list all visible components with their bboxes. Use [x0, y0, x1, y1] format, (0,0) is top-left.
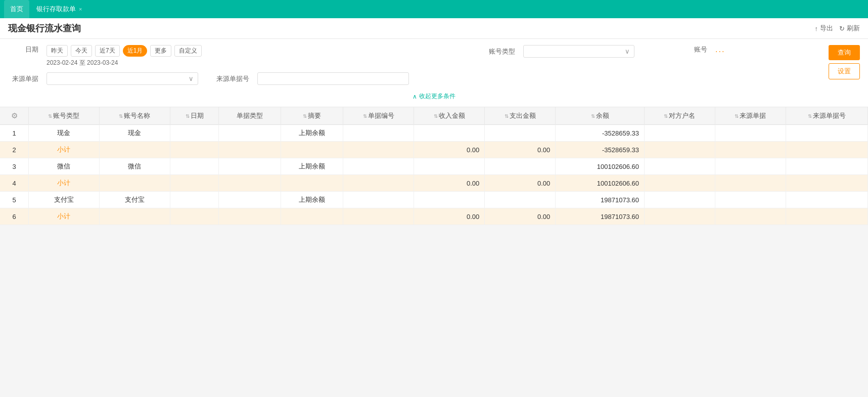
close-tab-icon[interactable]: × [79, 6, 82, 12]
table-cell [485, 192, 556, 208]
sort-icon-balance: ⇅ [591, 113, 595, 119]
col-header-account_type[interactable]: ⇅账号类型 [29, 107, 100, 125]
table-cell: 上期余额 [281, 192, 343, 208]
table-cell: 19871073.60 [556, 192, 645, 208]
table-cell [219, 192, 281, 208]
table-settings-icon[interactable]: ⚙ [11, 111, 18, 120]
filter-area: 日期 昨天今天近7天近1月更多自定义 2023-02-24 至 2023-03-… [0, 39, 868, 107]
table-cell: 0.00 [485, 208, 556, 225]
table-cell: 1 [0, 125, 29, 142]
sort-icon-date: ⇅ [186, 113, 190, 119]
table-cell [343, 208, 414, 225]
date-filter-label: 日期 [8, 45, 38, 54]
table-cell [414, 125, 485, 142]
table-cell [644, 158, 715, 175]
table-cell [786, 125, 867, 142]
export-icon: ↑ [815, 25, 818, 32]
table-cell [786, 175, 867, 192]
col-header-summary[interactable]: ⇅摘要 [281, 107, 343, 125]
col-header-doc_no[interactable]: ⇅单据编号 [343, 107, 414, 125]
table-row: 6小计0.000.0019871073.60 [0, 208, 868, 225]
header-actions: ↑ 导出 ↻ 刷新 [815, 24, 860, 33]
col-header-account_name[interactable]: ⇅账号名称 [99, 107, 170, 125]
nav-tab-银行存取款单[interactable]: 银行存取款单× [30, 0, 101, 18]
col-header-source_doc[interactable]: ⇅来源单据 [715, 107, 786, 125]
table-cell: 6 [0, 208, 29, 225]
table-cell [644, 125, 715, 142]
table-cell [219, 208, 281, 225]
account-type-label: 账号类型 [485, 47, 515, 56]
col-header-income[interactable]: ⇅收入金额 [414, 107, 485, 125]
table-cell: 100102606.60 [556, 175, 645, 192]
source-doc-select[interactable]: ∨ [47, 72, 198, 85]
export-button[interactable]: ↑ 导出 [815, 24, 834, 33]
nav-home[interactable]: 首页 [4, 0, 29, 18]
table-cell [219, 175, 281, 192]
table-row: 4小计0.000.00100102606.60 [0, 175, 868, 192]
account-dots-button[interactable]: ... [715, 45, 725, 54]
sort-icon-expense: ⇅ [505, 113, 509, 119]
table-cell: 0.00 [485, 175, 556, 192]
table-cell [281, 208, 343, 225]
action-buttons: 查询 设置 [829, 45, 860, 79]
nav-tab-label: 银行存取款单 [36, 5, 76, 14]
table-wrapper: ⚙⇅账号类型⇅账号名称⇅日期单据类型⇅摘要⇅单据编号⇅收入金额⇅支出金额⇅余额⇅… [0, 107, 868, 225]
table-cell: 19871073.60 [556, 208, 645, 225]
query-button[interactable]: 查询 [829, 45, 860, 60]
settings-button[interactable]: 设置 [829, 63, 860, 79]
date-option-自定义[interactable]: 自定义 [174, 45, 202, 57]
table-cell: 0.00 [485, 142, 556, 158]
table-cell [786, 158, 867, 175]
account-type-arrow-icon: ∨ [625, 48, 630, 55]
table-cell [715, 175, 786, 192]
date-options: 昨天今天近7天近1月更多自定义 [47, 45, 202, 57]
sort-icon-doc_no: ⇅ [363, 113, 367, 119]
table-cell [485, 125, 556, 142]
date-option-近7天[interactable]: 近7天 [95, 45, 120, 57]
table-cell: 小计 [29, 142, 100, 158]
sort-icon-account_name: ⇅ [119, 113, 123, 119]
table-cell [99, 142, 170, 158]
sort-icon-source_doc_no: ⇅ [808, 113, 812, 119]
top-navigation: 首页 收款单×付款单×其他收入单×应收应付调整单×银行存取款单×预收冲应收单×收… [0, 0, 868, 18]
nav-home-label: 首页 [10, 5, 23, 14]
table-cell: 2 [0, 142, 29, 158]
col-header-counterparty[interactable]: ⇅对方户名 [644, 107, 715, 125]
table-cell: 小计 [29, 208, 100, 225]
col-header-settings: ⚙ [0, 107, 29, 125]
refresh-button[interactable]: ↻ 刷新 [839, 24, 860, 33]
source-doc-no-input[interactable] [257, 72, 409, 85]
date-option-昨天[interactable]: 昨天 [47, 45, 68, 57]
table-cell [715, 158, 786, 175]
table-cell [644, 175, 715, 192]
table-row: 3微信微信上期余额100102606.60 [0, 158, 868, 175]
col-header-source_doc_no[interactable]: ⇅来源单据号 [786, 107, 867, 125]
date-option-更多[interactable]: 更多 [150, 45, 171, 57]
sort-icon-counterparty: ⇅ [664, 113, 668, 119]
table-cell: 3 [0, 158, 29, 175]
collapse-bar[interactable]: ∧ 收起更多条件 [8, 92, 860, 101]
export-label: 导出 [820, 24, 833, 33]
page-title: 现金银行流水查询 [8, 22, 81, 34]
table-cell [644, 142, 715, 158]
table-cell: 0.00 [414, 208, 485, 225]
date-option-今天[interactable]: 今天 [71, 45, 92, 57]
date-option-近1月[interactable]: 近1月 [123, 45, 148, 57]
table-cell: 上期余额 [281, 158, 343, 175]
table-cell: 0.00 [414, 175, 485, 192]
table-cell [644, 192, 715, 208]
col-header-expense[interactable]: ⇅支出金额 [485, 107, 556, 125]
table-cell [414, 192, 485, 208]
table-row: 5支付宝支付宝上期余额19871073.60 [0, 192, 868, 208]
table-cell [99, 208, 170, 225]
table-cell [219, 158, 281, 175]
table-cell: 4 [0, 175, 29, 192]
col-header-balance[interactable]: ⇅余额 [556, 107, 645, 125]
col-header-date[interactable]: ⇅日期 [170, 107, 218, 125]
table-cell [170, 125, 218, 142]
account-type-select[interactable]: ∨ [523, 45, 634, 58]
table-cell [170, 208, 218, 225]
sort-icon-summary: ⇅ [303, 113, 307, 119]
table-cell: -3528659.33 [556, 125, 645, 142]
table-cell [485, 158, 556, 175]
